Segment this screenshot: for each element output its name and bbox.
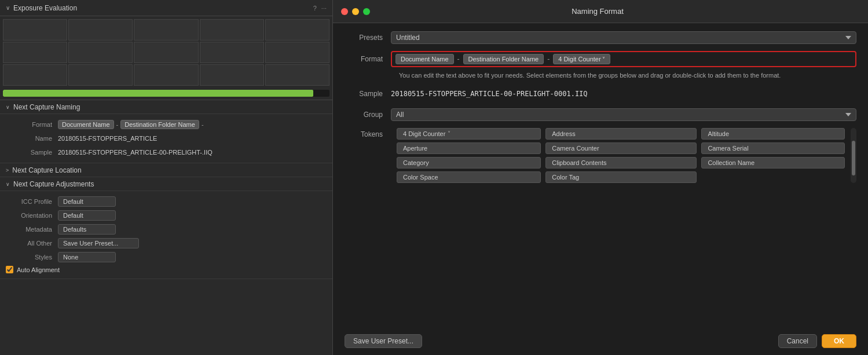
exposure-cell xyxy=(200,19,264,41)
save-user-preset-button[interactable]: Save User Preset... xyxy=(345,334,422,348)
presets-label: Presets xyxy=(345,34,391,42)
token-color-space[interactable]: Color Space xyxy=(397,171,541,183)
token-aperture[interactable]: Aperture xyxy=(397,142,541,154)
exposure-cell xyxy=(68,42,133,63)
next-capture-adjustments-header[interactable]: ∨ Next Capture Adjustments xyxy=(0,177,332,191)
exposure-title: Exposure Evaluation xyxy=(13,4,309,12)
exposure-cell xyxy=(68,64,133,86)
exposure-cell xyxy=(134,19,198,41)
format-token-destination[interactable]: Destination Folder Name xyxy=(120,120,199,129)
help-icon[interactable]: ? xyxy=(313,5,317,12)
orientation-label: Orientation xyxy=(6,212,58,219)
sample-value-left: 20180515-FSTOPPERS_ARTICLE-00-PRELIGHT-.… xyxy=(58,149,213,156)
naming-format-dialog: Naming Format Presets Untitled Format Do… xyxy=(333,0,868,355)
sample-value-dialog: 20180515-FSTOPPERS_ARTICLE-00-PRELIGHT-0… xyxy=(391,90,588,98)
exposure-evaluation-bar[interactable]: ∨ Exposure Evaluation ? ··· xyxy=(0,0,332,16)
metadata-value[interactable]: Defaults xyxy=(58,224,116,235)
orientation-value[interactable]: Default xyxy=(58,210,116,221)
format-label: Format xyxy=(6,121,58,128)
metadata-label: Metadata xyxy=(6,226,58,233)
tokens-section: Tokens 4 Digit Counter Address Altitude … xyxy=(345,128,856,183)
auto-alignment-row: Auto Alignment xyxy=(0,264,332,275)
token-camera-counter[interactable]: Camera Counter xyxy=(545,142,697,154)
token-category[interactable]: Category xyxy=(397,157,541,169)
group-label: Group xyxy=(345,111,391,119)
icc-profile-row: ICC Profile Default xyxy=(0,195,332,208)
sample-label-left: Sample xyxy=(6,149,58,156)
hint-text: You can edit the text above to fit your … xyxy=(399,71,856,80)
naming-section-content: Format Document Name - Destination Folde… xyxy=(0,114,332,163)
format-token-dest[interactable]: Destination Folder Name xyxy=(463,54,544,64)
format-separator-1: - xyxy=(115,121,120,128)
exposure-cell xyxy=(3,64,67,86)
exposure-cell xyxy=(3,42,67,63)
dialog-titlebar: Naming Format xyxy=(333,0,868,23)
exposure-cell xyxy=(265,42,329,63)
token-camera-serial[interactable]: Camera Serial xyxy=(701,142,845,154)
token-color-tag[interactable]: Color Tag xyxy=(545,171,697,183)
more-options-icon[interactable]: ··· xyxy=(321,5,327,12)
progress-bar-fill xyxy=(3,90,313,97)
progress-bar xyxy=(3,90,329,97)
exposure-cell xyxy=(265,19,329,41)
exposure-chevron-icon: ∨ xyxy=(6,5,10,11)
token-4digit-counter[interactable]: 4 Digit Counter xyxy=(397,128,541,140)
next-capture-naming-header[interactable]: ∨ Next Capture Naming xyxy=(0,100,332,114)
left-panel: ∨ Exposure Evaluation ? ··· ∨ xyxy=(0,0,333,355)
format-field-area[interactable]: Document Name - Destination Folder Name … xyxy=(391,51,856,67)
token-collection-name[interactable]: Collection Name xyxy=(701,157,845,169)
format-separator-2: - xyxy=(200,121,205,128)
orientation-row: Orientation Default xyxy=(0,208,332,222)
dialog-footer: Save User Preset... Cancel OK xyxy=(333,330,868,355)
format-token-doc[interactable]: Document Name xyxy=(395,54,454,64)
token-clipboard-contents[interactable]: Clipboard Contents xyxy=(545,157,697,169)
naming-section-title: Next Capture Naming xyxy=(13,103,327,111)
all-other-value[interactable]: Save User Preset... xyxy=(58,238,139,248)
sample-label-dialog: Sample xyxy=(345,90,391,98)
format-token-document[interactable]: Document Name xyxy=(58,120,114,129)
all-other-label: All Other xyxy=(6,240,58,247)
token-altitude[interactable]: Altitude xyxy=(701,128,845,140)
presets-select[interactable]: Untitled xyxy=(391,31,856,44)
name-row: Name 20180515-FSTOPPERS_ARTICLE xyxy=(0,131,332,145)
ok-button[interactable]: OK xyxy=(822,334,856,348)
name-label: Name xyxy=(6,135,58,142)
group-select[interactable]: All xyxy=(391,108,856,121)
exposure-cell xyxy=(134,42,198,63)
footer-left: Save User Preset... xyxy=(345,334,422,348)
icc-value[interactable]: Default xyxy=(58,196,116,207)
format-token-counter[interactable]: 4 Digit Counter xyxy=(553,54,610,64)
format-field-row: Format Document Name - Destination Folde… xyxy=(345,51,856,67)
adjustments-section-title: Next Capture Adjustments xyxy=(13,180,327,188)
presets-row: Presets Untitled xyxy=(345,30,856,45)
metadata-row: Metadata Defaults xyxy=(0,222,332,236)
tokens-grid: 4 Digit Counter Address Altitude Apertur… xyxy=(397,128,845,183)
styles-value[interactable]: None xyxy=(58,252,116,262)
format-row: Format Document Name - Destination Folde… xyxy=(0,118,332,131)
token-address[interactable]: Address xyxy=(545,128,697,140)
next-capture-location-header[interactable]: > Next Capture Location xyxy=(0,163,332,177)
format-sep-2: - xyxy=(546,55,551,63)
cancel-button[interactable]: Cancel xyxy=(778,334,817,348)
styles-row: Styles None xyxy=(0,250,332,264)
exposure-grid xyxy=(3,19,329,86)
styles-label: Styles xyxy=(6,254,58,261)
exposure-cell xyxy=(265,64,329,86)
exposure-cell xyxy=(68,19,133,41)
exposure-cell xyxy=(200,64,264,86)
format-field-label: Format xyxy=(345,55,391,63)
auto-alignment-checkbox[interactable] xyxy=(6,266,13,273)
icc-label: ICC Profile xyxy=(6,198,58,205)
naming-chevron-icon: ∨ xyxy=(6,104,10,110)
dialog-body: Presets Untitled Format Document Name - … xyxy=(333,23,868,330)
tokens-scrollbar[interactable] xyxy=(851,128,856,183)
tokens-label: Tokens xyxy=(345,128,391,138)
adjustments-section-content: ICC Profile Default Orientation Default … xyxy=(0,191,332,279)
sample-row: Sample 20180515-FSTOPPERS_ARTICLE-00-PRE… xyxy=(0,145,332,159)
exposure-cell xyxy=(3,19,67,41)
format-sep-1: - xyxy=(456,55,461,63)
sample-row-dialog: Sample 20180515-FSTOPPERS_ARTICLE-00-PRE… xyxy=(345,86,856,101)
exposure-cell xyxy=(200,42,264,63)
location-section-title: Next Capture Location xyxy=(12,166,327,174)
group-row: Group All xyxy=(345,107,856,122)
